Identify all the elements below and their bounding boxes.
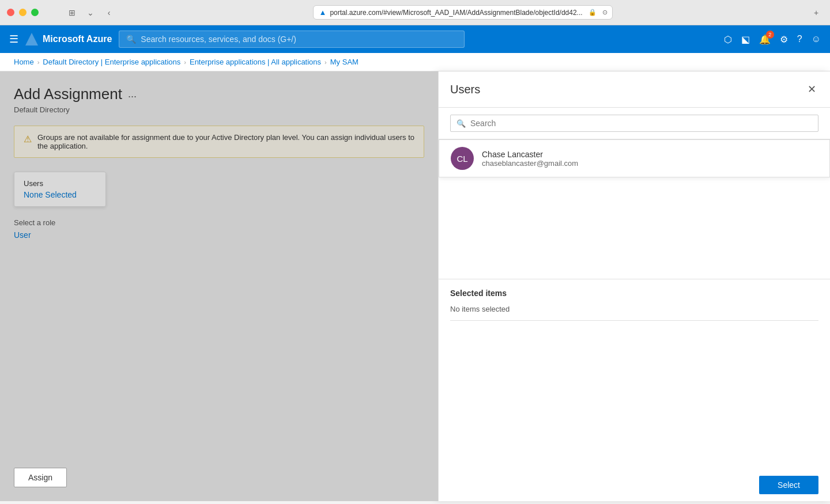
notification-badge: 2 — [766, 31, 774, 39]
search-icon: 🔍 — [126, 35, 136, 44]
warning-text: Groups are not available for assignment … — [37, 133, 414, 150]
selected-items-title: Selected items — [450, 289, 818, 298]
breadcrumb-app[interactable]: My SAM — [330, 58, 359, 66]
panel-header: Users ✕ — [439, 71, 830, 108]
user-name: Chase Lancaster — [482, 150, 818, 159]
lock-icon: 🔒 — [588, 9, 597, 16]
users-card[interactable]: Users None Selected — [14, 172, 106, 207]
minimize-button[interactable] — [19, 9, 27, 16]
cloud-shell-icon[interactable]: ⬡ — [724, 34, 732, 45]
azure-brand-name: Microsoft Azure — [43, 34, 112, 44]
close-panel-button[interactable]: ✕ — [805, 81, 818, 98]
avatar: CL — [451, 147, 474, 170]
role-section: Select a role User — [14, 218, 424, 240]
breadcrumb-sep-3: › — [325, 59, 327, 66]
sidebar-toggle-icon[interactable]: ⊞ — [65, 6, 79, 20]
chevron-down-icon[interactable]: ⌄ — [84, 6, 97, 20]
no-items-text: No items selected — [450, 305, 818, 321]
role-value[interactable]: User — [14, 230, 424, 240]
add-tab-icon[interactable]: + — [809, 6, 823, 20]
page-subtitle: Default Directory — [14, 105, 424, 114]
maximize-button[interactable] — [31, 9, 39, 16]
settings-icon[interactable]: ⚙ — [780, 34, 788, 45]
selected-items-section: Selected items No items selected — [439, 279, 830, 330]
panel-search-area: 🔍 — [439, 108, 830, 139]
panel-footer: Select — [439, 469, 830, 501]
list-item[interactable]: CL Chase Lancaster chaseblancaster@gmail… — [439, 139, 830, 177]
warning-icon: ⚠ — [24, 134, 32, 150]
assign-button[interactable]: Assign — [14, 468, 67, 487]
main-container: Add Assignment ... Default Directory ⚠ G… — [0, 71, 830, 501]
breadcrumb-enterprise[interactable]: Enterprise applications | All applicatio… — [190, 58, 321, 66]
azure-logo: Microsoft Azure — [25, 33, 112, 46]
refresh-icon: ⊙ — [602, 9, 608, 16]
users-card-value: None Selected — [24, 190, 96, 199]
notifications-icon[interactable]: 🔔 2 — [759, 34, 771, 45]
breadcrumb-dir[interactable]: Default Directory | Enterprise applicati… — [43, 58, 180, 66]
user-list: CL Chase Lancaster chaseblancaster@gmail… — [439, 139, 830, 279]
close-button[interactable] — [7, 9, 14, 16]
breadcrumb-sep-1: › — [37, 59, 40, 66]
user-info: Chase Lancaster chaseblancaster@gmail.co… — [482, 150, 818, 168]
titlebar: ⊞ ⌄ ‹ ▲ portal.azure.com/#view/Microsoft… — [0, 0, 830, 25]
select-button[interactable]: Select — [759, 476, 818, 494]
azure-logo-icon — [25, 33, 38, 46]
more-options-icon[interactable]: ... — [128, 88, 137, 100]
azure-favicon: ▲ — [319, 8, 327, 17]
directory-icon[interactable]: ⬕ — [741, 34, 750, 45]
search-icon: 🔍 — [456, 119, 466, 128]
global-search[interactable]: 🔍 Search resources, services, and docs (… — [119, 31, 465, 48]
warning-box: ⚠ Groups are not available for assignmen… — [14, 126, 424, 158]
breadcrumb-home[interactable]: Home — [14, 58, 34, 66]
address-text: portal.azure.com/#view/Microsoft_AAD_IAM… — [330, 9, 582, 17]
back-icon[interactable]: ‹ — [102, 6, 116, 20]
breadcrumb-sep-2: › — [184, 59, 186, 66]
users-panel: Users ✕ 🔍 CL Chase Lancaster chaseblanca… — [438, 71, 830, 501]
page-title: Add Assignment — [14, 85, 122, 103]
panel-title: Users — [450, 83, 480, 96]
search-placeholder: Search resources, services, and docs (G+… — [141, 35, 296, 44]
role-label: Select a role — [14, 218, 424, 227]
user-email: chaseblancaster@gmail.com — [482, 159, 818, 168]
hamburger-menu-icon[interactable]: ☰ — [9, 33, 18, 46]
breadcrumb: Home › Default Directory | Enterprise ap… — [0, 53, 830, 71]
help-icon[interactable]: ? — [797, 34, 802, 44]
feedback-icon[interactable]: ☺ — [812, 34, 821, 44]
search-input-wrap: 🔍 — [450, 115, 818, 132]
azure-navbar: ☰ Microsoft Azure 🔍 Search resources, se… — [0, 25, 830, 53]
left-panel: Add Assignment ... Default Directory ⚠ G… — [0, 71, 438, 501]
users-card-title: Users — [24, 179, 96, 188]
search-input[interactable] — [470, 119, 812, 128]
page-title-row: Add Assignment ... — [14, 85, 424, 103]
address-bar[interactable]: ▲ portal.azure.com/#view/Microsoft_AAD_I… — [313, 5, 613, 20]
